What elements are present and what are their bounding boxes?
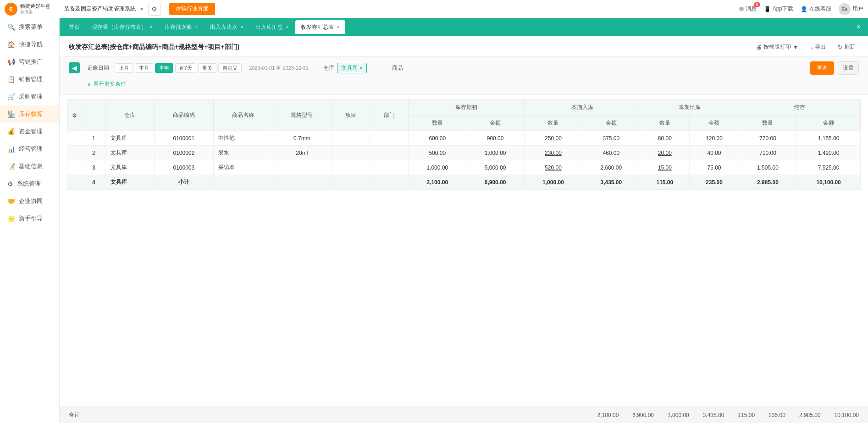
tab-batch[interactable]: 库存批次账 ×: [159, 20, 204, 34]
table-row: 3 文具库 0100003 采访本 1,000.00 5,000.00 520.…: [67, 160, 861, 175]
sidebar-item-purchase[interactable]: 🛒 采购管理: [0, 88, 59, 105]
logo-icon: 6: [5, 3, 17, 16]
total-opening-qty: 2,100.00: [597, 412, 619, 418]
experience-button[interactable]: 体验行业方案: [169, 3, 215, 15]
th-warehouse: 仓库: [105, 100, 154, 131]
total-opening-amt-value: 6,900.00: [632, 412, 654, 418]
guide-icon: 🌟: [7, 215, 15, 222]
tab-stock-dist-close[interactable]: ×: [149, 24, 153, 30]
subtotal-out-amt: 235.00: [690, 175, 739, 190]
row1-gear: [67, 131, 82, 146]
tab-home-label: 首页: [69, 23, 80, 31]
row2-project: [332, 146, 370, 160]
th-project: 项目: [332, 100, 370, 131]
user-menu[interactable]: Ea 用户: [839, 3, 863, 15]
refresh-button[interactable]: ↻ 刷新: [834, 41, 859, 53]
row1-out-qty[interactable]: 80.00: [640, 131, 690, 146]
row2-out-qty[interactable]: 20.00: [640, 146, 690, 160]
date-more[interactable]: 更多: [198, 63, 216, 73]
inventory-icon: 🏪: [7, 110, 15, 118]
sidebar-item-label: 企业协同: [19, 197, 43, 205]
table-settings-col[interactable]: ⚙: [67, 100, 82, 131]
row2-in-qty[interactable]: 230.00: [524, 146, 582, 160]
message-button[interactable]: ✉ 消息 6: [739, 5, 757, 13]
row3-opening-amt: 5,000.00: [466, 160, 524, 175]
tab-batch-close[interactable]: ×: [195, 24, 198, 30]
basic-icon: 📝: [7, 163, 15, 170]
sidebar-item-sales[interactable]: 📋 销售管理: [0, 71, 59, 88]
online-service-button[interactable]: 👤 在线客服: [801, 5, 831, 13]
th-in-amt: 金额: [582, 115, 640, 131]
row3-out-qty[interactable]: 15.00: [640, 160, 690, 175]
expand-conditions-button[interactable]: ∨ 展开更多条件: [87, 78, 126, 90]
subtotal-balance-qty: 2,985.00: [739, 175, 796, 190]
row1-in-qty[interactable]: 250.00: [524, 131, 582, 146]
sidebar-item-marketing[interactable]: 📢 营销推广: [0, 53, 59, 71]
row3-in-qty[interactable]: 520.00: [524, 160, 582, 175]
settings-button[interactable]: 设置: [838, 61, 859, 75]
tab-stock-dist[interactable]: 现存量（库存分布表） ×: [86, 20, 158, 34]
print-button[interactable]: 🖨 按模版打印 ▼: [752, 41, 802, 53]
page-title: 收发存汇总表(按仓库+商品编码+商品+规格型号+项目+部门): [69, 43, 239, 51]
app-download-button[interactable]: 📱 App下载: [764, 5, 793, 13]
sidebar-item-enterprise[interactable]: 🤝 企业协同: [0, 192, 59, 210]
filter-groups: 记账日期 上月 本月 本年 近7天 更多 自定义 2023-01-01 至 20…: [87, 61, 859, 90]
date-7days[interactable]: 近7天: [175, 63, 196, 73]
sidebar-item-operations[interactable]: 📊 经营管理: [0, 140, 59, 158]
sidebar-item-label: 新手引导: [19, 214, 43, 223]
row2-dept: [370, 146, 409, 160]
date-this-year[interactable]: 本年: [155, 63, 173, 73]
sidebar-item-label: 库存核算: [19, 110, 43, 118]
sidebar-item-label: 营销推广: [19, 58, 43, 66]
settings-button[interactable]: ⚙: [148, 3, 161, 16]
total-opening-qty-value: 2,100.00: [597, 412, 619, 418]
sidebar-item-quick[interactable]: 🏠 快捷导航: [0, 36, 59, 53]
filter-row-date: 记账日期 上月 本月 本年 近7天 更多 自定义 2023-01-01 至 20…: [87, 61, 859, 75]
row1-out-amt: 120.00: [690, 131, 739, 146]
page-title-bar: 收发存汇总表(按仓库+商品编码+商品+规格型号+项目+部门) 🖨 按模版打印 ▼…: [60, 36, 868, 57]
row1-no: 1: [82, 131, 106, 146]
print-label: 按模版打印: [763, 43, 791, 51]
tab-bar-close-button[interactable]: ×: [853, 23, 864, 31]
th-spec: 规格型号: [272, 100, 332, 131]
sidebar-item-finance[interactable]: 💰 资金管理: [0, 123, 59, 140]
row1-spec: 0.7mm: [272, 131, 332, 146]
sidebar-item-inventory[interactable]: 🏪 库存核算: [0, 105, 59, 123]
row3-warehouse: 文具库: [105, 160, 154, 175]
tab-inout-summary[interactable]: 出入库汇总 ×: [250, 20, 294, 34]
sidebar-item-system[interactable]: ⚙ 系统管理: [0, 175, 59, 192]
subtotal-in-qty[interactable]: 1,000.00: [524, 175, 582, 190]
filter-expand-button[interactable]: ◀: [69, 62, 80, 73]
online-service-label: 在线客服: [809, 5, 831, 13]
system-arrow-icon: ▼: [139, 6, 144, 12]
goods-more-button[interactable]: ...: [406, 65, 414, 72]
warehouse-more-button[interactable]: ...: [370, 65, 377, 72]
tab-recv-send-close[interactable]: ×: [337, 24, 340, 30]
tab-bar: 首页 现存量（库存分布表） × 库存批次账 × 出入库流水 × 出入库汇总 × …: [60, 18, 868, 36]
subtotal-out-qty[interactable]: 115.00: [640, 175, 690, 190]
row3-out-amt: 75.00: [690, 160, 739, 175]
th-dept: 部门: [370, 100, 409, 131]
row1-opening-amt: 900.00: [466, 131, 524, 146]
th-in-qty: 数量: [524, 115, 582, 131]
sidebar-item-guide[interactable]: 🌟 新手引导: [0, 210, 59, 227]
subtotal-empty4: [370, 175, 409, 190]
tab-inout-flow-close[interactable]: ×: [240, 24, 243, 30]
table-container: ⚙ 仓库 商品编码 商品名称 规格型号 项目 部门 库存期初 本期入库 本期出库…: [60, 95, 868, 194]
query-button[interactable]: 查询: [810, 61, 834, 75]
export-button[interactable]: ↓ 导出: [807, 41, 829, 53]
date-this-month[interactable]: 本月: [135, 63, 153, 73]
finance-icon: 💰: [7, 128, 15, 135]
total-in-qty: 1,000.00: [668, 412, 689, 418]
sidebar-item-search[interactable]: 🔍 搜索菜单: [0, 18, 59, 36]
tab-home[interactable]: 首页: [63, 20, 85, 34]
tab-inout-summary-close[interactable]: ×: [286, 24, 289, 30]
total-out-qty: 115.00: [738, 412, 755, 418]
date-custom[interactable]: 自定义: [218, 63, 242, 73]
tab-inout-flow[interactable]: 出入库流水 ×: [205, 20, 249, 34]
warehouse-remove-button[interactable]: ×: [359, 65, 363, 71]
date-last-month[interactable]: 上月: [115, 63, 133, 73]
page-content: 收发存汇总表(按仓库+商品编码+商品+规格型号+项目+部门) 🖨 按模版打印 ▼…: [60, 36, 868, 407]
tab-recv-send[interactable]: 收发存汇总表 ×: [295, 20, 345, 34]
sidebar-item-basic[interactable]: 📝 基础信息: [0, 158, 59, 175]
